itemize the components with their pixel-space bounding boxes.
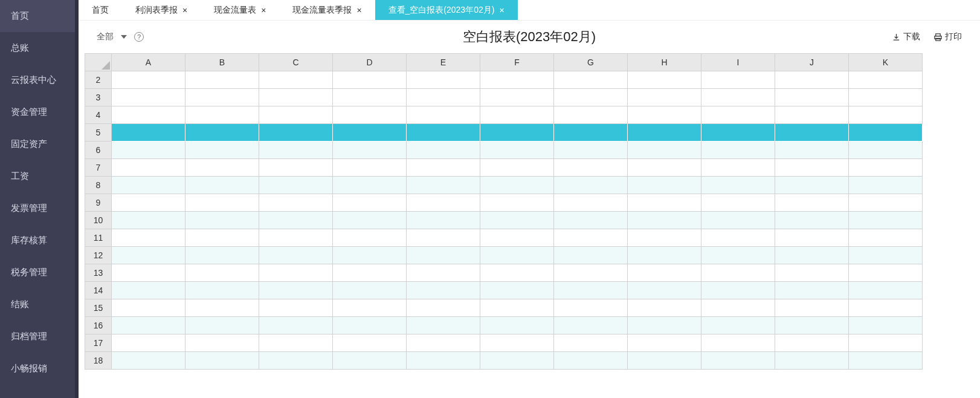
cell[interactable]	[112, 247, 185, 264]
column-header[interactable]: I	[701, 54, 775, 71]
cell[interactable]	[185, 71, 259, 89]
cell[interactable]	[628, 282, 701, 299]
cell[interactable]	[554, 106, 628, 124]
cell[interactable]	[775, 334, 849, 352]
cell[interactable]	[628, 106, 701, 124]
cell[interactable]	[185, 124, 259, 142]
cell[interactable]	[112, 352, 185, 370]
cell[interactable]	[849, 106, 923, 124]
cell[interactable]	[480, 194, 554, 212]
cell[interactable]	[407, 89, 480, 106]
cell[interactable]	[185, 177, 259, 194]
cell[interactable]	[701, 282, 775, 299]
row-header[interactable]: 5	[85, 124, 112, 142]
cell[interactable]	[849, 247, 923, 264]
column-header[interactable]: D	[333, 54, 407, 71]
cell[interactable]	[480, 264, 554, 282]
cell[interactable]	[554, 229, 628, 247]
cell[interactable]	[333, 194, 407, 212]
cell[interactable]	[185, 299, 259, 317]
cell[interactable]	[407, 282, 480, 299]
cell[interactable]	[701, 247, 775, 264]
cell[interactable]	[112, 299, 185, 317]
cell[interactable]	[480, 89, 554, 106]
cell[interactable]	[480, 352, 554, 370]
cell[interactable]	[554, 317, 628, 334]
cell[interactable]	[333, 282, 407, 299]
close-icon[interactable]: ×	[356, 6, 361, 15]
cell[interactable]	[259, 212, 333, 229]
cell[interactable]	[112, 177, 185, 194]
cell[interactable]	[554, 352, 628, 370]
sidebar-item-archive[interactable]: 归档管理	[0, 321, 79, 353]
cell[interactable]	[701, 212, 775, 229]
cell[interactable]	[849, 194, 923, 212]
cell[interactable]	[628, 89, 701, 106]
cell[interactable]	[407, 352, 480, 370]
cell[interactable]	[628, 124, 701, 142]
cell[interactable]	[554, 282, 628, 299]
cell[interactable]	[407, 159, 480, 177]
cell[interactable]	[407, 247, 480, 264]
cell[interactable]	[849, 159, 923, 177]
cell[interactable]	[775, 106, 849, 124]
cell[interactable]	[480, 334, 554, 352]
row-header[interactable]: 15	[85, 299, 112, 317]
sidebar-item-invoice[interactable]: 发票管理	[0, 192, 79, 224]
cell[interactable]	[112, 229, 185, 247]
cell[interactable]	[259, 106, 333, 124]
cell[interactable]	[775, 264, 849, 282]
cell[interactable]	[333, 89, 407, 106]
sidebar-item-tax[interactable]: 税务管理	[0, 256, 79, 289]
cell[interactable]	[185, 247, 259, 264]
cell[interactable]	[185, 142, 259, 159]
cell[interactable]	[407, 264, 480, 282]
row-header[interactable]: 16	[85, 317, 112, 334]
cell[interactable]	[849, 89, 923, 106]
cell[interactable]	[259, 177, 333, 194]
cell[interactable]	[259, 124, 333, 142]
cell[interactable]	[775, 124, 849, 142]
cell[interactable]	[333, 352, 407, 370]
cell[interactable]	[259, 352, 333, 370]
cell[interactable]	[480, 71, 554, 89]
tab-cashflow[interactable]: 现金流量表 ×	[201, 0, 279, 20]
cell[interactable]	[259, 282, 333, 299]
row-header[interactable]: 10	[85, 212, 112, 229]
cell[interactable]	[849, 317, 923, 334]
cell[interactable]	[259, 159, 333, 177]
cell[interactable]	[480, 124, 554, 142]
cell[interactable]	[628, 334, 701, 352]
cell[interactable]	[849, 352, 923, 370]
cell[interactable]	[849, 212, 923, 229]
row-header[interactable]: 11	[85, 229, 112, 247]
row-header[interactable]: 14	[85, 282, 112, 299]
cell[interactable]	[185, 212, 259, 229]
cell[interactable]	[333, 71, 407, 89]
cell[interactable]	[480, 299, 554, 317]
cell[interactable]	[701, 177, 775, 194]
sidebar-item-home[interactable]: 首页	[0, 0, 79, 32]
cell[interactable]	[628, 177, 701, 194]
cell[interactable]	[628, 212, 701, 229]
sidebar-item-expense[interactable]: 小畅报销	[0, 353, 79, 385]
cell[interactable]	[407, 194, 480, 212]
cell[interactable]	[185, 317, 259, 334]
cell[interactable]	[554, 194, 628, 212]
cell[interactable]	[259, 334, 333, 352]
cell[interactable]	[701, 264, 775, 282]
cell[interactable]	[112, 334, 185, 352]
cell[interactable]	[554, 212, 628, 229]
cell[interactable]	[849, 334, 923, 352]
cell[interactable]	[701, 229, 775, 247]
cell[interactable]	[112, 159, 185, 177]
cell[interactable]	[775, 194, 849, 212]
cell[interactable]	[407, 212, 480, 229]
cell[interactable]	[112, 71, 185, 89]
cell[interactable]	[775, 177, 849, 194]
cell[interactable]	[480, 177, 554, 194]
sidebar-item-close-accounts[interactable]: 结账	[0, 289, 79, 321]
cell[interactable]	[185, 264, 259, 282]
sidebar-item-capital[interactable]: 资金管理	[0, 96, 79, 128]
cell[interactable]	[259, 71, 333, 89]
